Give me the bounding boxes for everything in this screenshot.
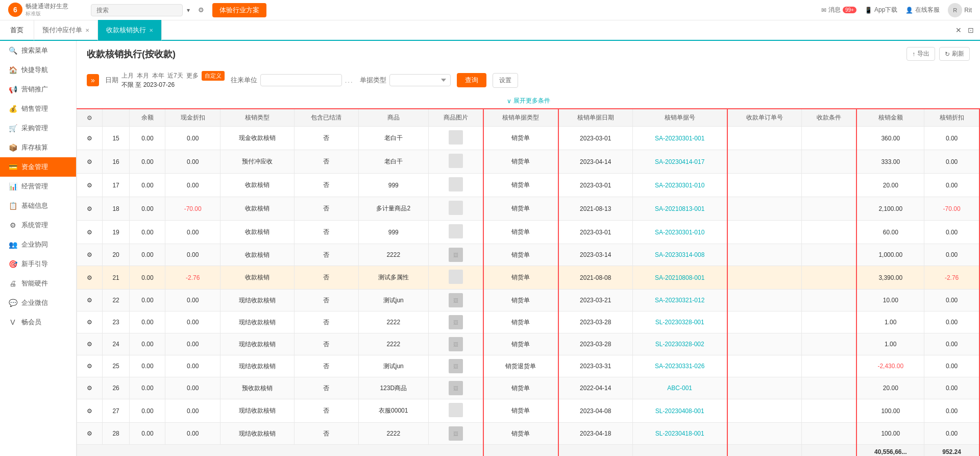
cell-receipt-condition (801, 244, 856, 266)
expand-conditions-btn[interactable]: ∨ 展开更多条件 (507, 97, 550, 105)
date-7days[interactable]: 近7天 (167, 71, 183, 80)
sidebar-label-inventory: 库存核算 (21, 143, 48, 152)
table-container[interactable]: ⚙ 余额 现金折扣 核销类型 包含已结清 商品 商品图片 核销单据类型 核销单据… (77, 108, 980, 456)
tab-restore-btn[interactable]: ⊡ (966, 24, 976, 36)
cell-settings[interactable]: ⚙ (77, 377, 103, 399)
sidebar-item-collab[interactable]: 👥 企业协同 (0, 235, 76, 254)
cell-balance: 0.00 (130, 311, 165, 333)
online-service-label: 在线客服 (915, 6, 940, 14)
cell-settings[interactable]: ⚙ (77, 311, 103, 333)
cell-settings[interactable]: ⚙ (77, 266, 103, 290)
cell-settings[interactable]: ⚙ (77, 197, 103, 221)
sidebar-item-sales[interactable]: 💰 销售管理 (0, 99, 76, 118)
cell-settings[interactable]: ⚙ (77, 150, 103, 174)
partner-input[interactable] (260, 74, 342, 86)
cell-cancel-bill-no[interactable]: SA-20230301-010 (632, 221, 727, 244)
sidebar-item-member[interactable]: V 畅会员 (0, 313, 76, 332)
date-value: 不限 至 2023-07-26 (121, 81, 225, 89)
cell-cancel-type: 现结收款核销 (220, 399, 294, 423)
cell-cancel-bill-no[interactable]: SL-20230328-001 (632, 311, 727, 333)
cell-cancel-bill-no[interactable]: SL-20230328-002 (632, 333, 727, 355)
sidebar-label-member: 畅会员 (21, 318, 41, 327)
sidebar-item-inventory[interactable]: 📦 库存核算 (0, 138, 76, 157)
sidebar-item-basic[interactable]: 📋 基础信息 (0, 196, 76, 215)
sidebar-item-wechat[interactable]: 💬 企业微信 (0, 293, 76, 313)
sidebar-item-guide[interactable]: 🎯 新手引导 (0, 254, 76, 274)
cell-cancel-bill-no[interactable]: SA-20230321-012 (632, 290, 727, 311)
search-input-top[interactable] (91, 4, 183, 16)
cell-cancel-bill-type: 销货单 (483, 290, 558, 311)
industry-btn[interactable]: 体验行业方案 (212, 3, 266, 17)
sidebar-item-marketing[interactable]: 📢 营销推广 (0, 80, 76, 99)
sidebar-item-system[interactable]: ⚙ 系统管理 (0, 215, 76, 235)
top-bar: 6 畅捷通谱好生意 标准版 ▾ ⚙ 体验行业方案 ✉ 消息 99+ 📱 App下… (0, 0, 980, 20)
tab-close-all-btn[interactable]: ✕ (953, 24, 964, 36)
cell-settings[interactable]: ⚙ (77, 290, 103, 311)
cell-settings[interactable]: ⚙ (77, 244, 103, 266)
tab-cancel-exec-close[interactable]: ✕ (149, 28, 153, 33)
cell-cancel-bill-no[interactable]: SA-20230301-001 (632, 127, 727, 150)
export-btn[interactable]: ↑ 导出 (906, 47, 935, 61)
cell-cancel-bill-date: 2023-03-21 (558, 290, 633, 311)
cell-cancel-bill-no[interactable]: SA-20230331-026 (632, 355, 727, 377)
table-row: ⚙ 19 0.00 0.00 收款核销 否 999 销货单 2023-03-01… (77, 221, 980, 244)
cell-settings[interactable]: ⚙ (77, 355, 103, 377)
date-more[interactable]: 更多 (186, 71, 199, 80)
cell-cancel-bill-date: 2023-03-01 (558, 127, 633, 150)
cell-receipt-condition (801, 290, 856, 311)
cell-cancel-bill-no[interactable]: SA-20230301-010 (632, 174, 727, 197)
date-last-month[interactable]: 上月 (121, 71, 134, 80)
bill-type-select[interactable]: 销货单 销货退货单 (389, 74, 451, 86)
user-area[interactable]: R Rit (948, 3, 972, 17)
cell-settings[interactable]: ⚙ (77, 399, 103, 423)
app-download-btn[interactable]: 📱 App下载 (865, 6, 897, 14)
cell-cancel-bill-no[interactable]: SL-20230408-001 (632, 399, 727, 423)
message-btn[interactable]: ✉ 消息 99+ (821, 6, 856, 14)
date-this-year[interactable]: 本年 (152, 71, 164, 80)
cell-product-img: 🖼 (428, 377, 483, 399)
tab-prepay-close[interactable]: ✕ (85, 28, 89, 33)
date-this-month[interactable]: 本月 (137, 71, 149, 80)
col-settings[interactable]: ⚙ (77, 109, 103, 127)
cell-settings[interactable]: ⚙ (77, 423, 103, 445)
settings-gear-btn[interactable]: ⚙ (194, 3, 208, 17)
cell-cancel-bill-no[interactable]: SA-20230314-008 (632, 244, 727, 266)
hardware-icon: 🖨 (8, 279, 17, 288)
tab-prepay[interactable]: 预付冲应付单 ✕ (34, 20, 98, 40)
refresh-btn[interactable]: ↻ 刷新 (939, 47, 970, 61)
cell-cancel-bill-type: 销货退货单 (483, 355, 558, 377)
cell-settings[interactable]: ⚙ (77, 127, 103, 150)
sidebar-item-finance[interactable]: 💳 资金管理 (0, 157, 76, 177)
cell-settings[interactable]: ⚙ (77, 333, 103, 355)
sidebar-item-operations[interactable]: 📊 经营管理 (0, 177, 76, 196)
cell-cancel-bill-no[interactable]: SL-20230418-001 (632, 423, 727, 445)
cell-settings[interactable]: ⚙ (77, 221, 103, 244)
cell-cancel-type: 现结收款核销 (220, 311, 294, 333)
online-service-btn[interactable]: 👤 在线客服 (905, 6, 940, 14)
system-icon: ⚙ (8, 221, 17, 230)
date-custom-btn[interactable]: 自定义 (202, 71, 225, 81)
tab-cancel-exec[interactable]: 收款核销执行 ✕ (98, 20, 162, 40)
cell-cancel-bill-no[interactable]: SA-20210813-001 (632, 197, 727, 221)
logo-icon: 6 (8, 3, 22, 17)
cell-cancel-discount: 0.00 (924, 221, 979, 244)
sidebar-item-hardware[interactable]: 🖨 智能硬件 (0, 274, 76, 293)
cell-cancel-bill-no[interactable]: SA-20230414-017 (632, 150, 727, 174)
dropdown-btn[interactable]: ▾ (187, 7, 190, 14)
filter-toggle-btn[interactable]: » (87, 74, 99, 86)
sidebar-item-purchase[interactable]: 🛒 采购管理 (0, 118, 76, 138)
cell-cancel-amount: -2,430.00 (856, 355, 924, 377)
product-image (449, 224, 463, 238)
sidebar-item-quicknav[interactable]: 🏠 快捷导航 (0, 60, 76, 80)
sidebar-item-search[interactable]: 🔍 搜索菜单 (0, 41, 76, 60)
query-btn[interactable]: 查询 (457, 73, 486, 87)
cell-settings[interactable]: ⚙ (77, 174, 103, 197)
cell-receipt-order-no (727, 377, 802, 399)
cell-cash-discount: 0.00 (165, 174, 220, 197)
search-icon: 🔍 (8, 46, 17, 55)
footer-cancel-amount-total: 40,556,66... (856, 445, 924, 457)
cell-cancel-bill-no[interactable]: ABC-001 (632, 377, 727, 399)
cell-cancel-bill-no[interactable]: SA-20210808-001 (632, 266, 727, 290)
tab-home[interactable]: 首页 (0, 20, 34, 40)
settings-btn[interactable]: 设置 (493, 73, 518, 88)
